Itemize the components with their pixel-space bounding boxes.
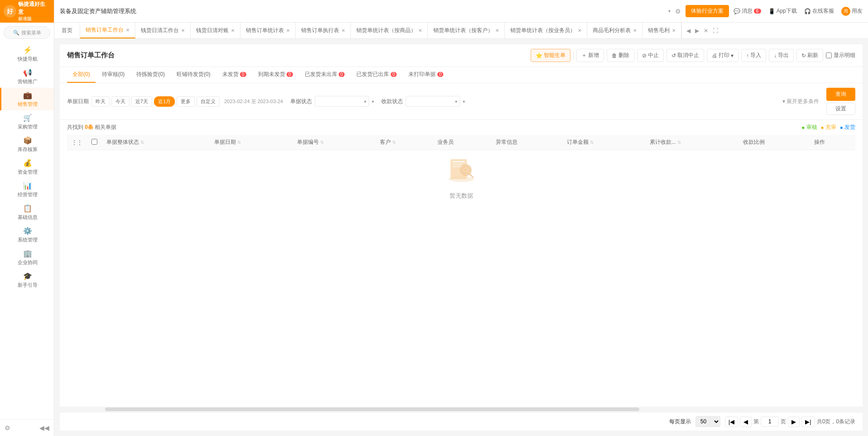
show-detail-checkbox-label[interactable]: 显示明细 xyxy=(826,52,855,59)
tab-maximize-icon[interactable]: ⛶ xyxy=(711,27,720,35)
sidebar-item-inventory[interactable]: 📦 库存核算 xyxy=(0,133,54,156)
tab-close-icon[interactable]: ✕ xyxy=(341,28,345,33)
delete-button[interactable]: 🗑 删除 xyxy=(607,49,634,62)
date-btn-today[interactable]: 今天 xyxy=(111,96,129,107)
date-btn-7days[interactable]: 近7天 xyxy=(131,96,152,107)
tab-home[interactable]: 首页 xyxy=(54,23,80,38)
sort-status-icon[interactable]: ⇅ xyxy=(140,140,144,145)
scrollbar-thumb[interactable] xyxy=(105,408,639,411)
tab-close-icon[interactable]: ✕ xyxy=(126,28,129,33)
tab-sales-gross[interactable]: 销售毛利 ✕ xyxy=(643,23,681,38)
export-button[interactable]: ↓ 导出 xyxy=(769,49,794,62)
tab-close-icon[interactable]: ✕ xyxy=(578,28,581,33)
svg-rect-5 xyxy=(452,164,462,165)
tab-close-icon[interactable]: ✕ xyxy=(418,28,422,33)
system-icon: ⚙️ xyxy=(23,227,32,235)
tab-sales-stats[interactable]: 销售订单统计表 ✕ xyxy=(240,23,296,38)
page-number-input[interactable] xyxy=(761,417,779,427)
expand-conditions-button[interactable]: ▾ 展开更多条件 xyxy=(782,98,819,105)
sort-number-icon[interactable]: ⇅ xyxy=(320,140,324,145)
sub-tab-wangpu[interactable]: 旺铺待发货(0) xyxy=(171,67,216,83)
tab-gross-profit[interactable]: 商品毛利分析表 ✕ xyxy=(587,23,643,38)
show-detail-checkbox[interactable] xyxy=(826,52,832,58)
page-last-button[interactable]: ▶| xyxy=(801,417,815,427)
sidebar-item-guide[interactable]: 🎓 新手引导 xyxy=(0,269,54,291)
tab-sales-summary-customer[interactable]: 销货单统计表（按客户） ✕ xyxy=(428,23,505,38)
tab-close-icon[interactable]: ✕ xyxy=(495,28,499,33)
cancel-suspend-button[interactable]: ↺ 取消中止 xyxy=(667,49,704,62)
batch-audit-button[interactable]: ● 审核 xyxy=(801,123,817,131)
sidebar-item-quick-nav[interactable]: ⚡ 快捷导航 xyxy=(0,43,54,65)
tab-close-all-icon[interactable]: ✕ xyxy=(702,27,710,35)
sort-amount-icon[interactable]: ⇅ xyxy=(590,140,594,145)
sidebar-item-enterprise[interactable]: 🏢 企业协同 xyxy=(0,246,54,269)
filter-settings-button[interactable]: 设置 xyxy=(826,103,855,115)
tab-label: 销货单统计表（按商品） xyxy=(356,27,416,34)
system-dropdown-icon[interactable]: ▾ xyxy=(668,9,671,14)
page-size-select[interactable]: 50 100 200 xyxy=(695,416,720,427)
tab-close-icon[interactable]: ✕ xyxy=(633,28,637,33)
sidebar-item-sales[interactable]: 💼 销售管理 xyxy=(0,88,54,110)
page-next-button[interactable]: ▶ xyxy=(788,417,800,427)
sidebar-item-finance[interactable]: 💰 资金管理 xyxy=(0,156,54,178)
user-item[interactable]: 用 用友 xyxy=(841,7,863,16)
sub-tab-overdue[interactable]: 到期未发货 0 xyxy=(253,67,298,83)
tab-sales-summary-product[interactable]: 销货单统计表（按商品） ✕ xyxy=(351,23,428,38)
query-button[interactable]: 查询 xyxy=(826,88,855,101)
header-gear-icon[interactable]: ⚙ xyxy=(675,8,681,15)
import-button[interactable]: ↑ 导入 xyxy=(741,49,766,62)
smart-create-button[interactable]: ⭐ 智能生单 xyxy=(531,49,571,62)
tab-prev-icon[interactable]: ◀ xyxy=(685,27,692,35)
date-btn-custom[interactable]: 自定义 xyxy=(197,96,220,107)
sort-date-icon[interactable]: ⇅ xyxy=(237,140,241,145)
experience-button[interactable]: 体验行业方案 xyxy=(686,5,729,17)
sidebar-item-operations[interactable]: 📊 经营管理 xyxy=(0,178,54,201)
add-button[interactable]: ＋ 新增 xyxy=(576,49,604,62)
horizontal-scrollbar[interactable] xyxy=(60,407,863,412)
tab-close-icon[interactable]: ✕ xyxy=(286,28,290,33)
tab-next-icon[interactable]: ▶ xyxy=(693,27,701,35)
payment-select[interactable] xyxy=(406,96,460,107)
suspend-button[interactable]: ⊘ 中止 xyxy=(637,49,664,62)
collapse-icon[interactable]: ◀◀ xyxy=(39,424,49,431)
tab-close-icon[interactable]: ✕ xyxy=(672,28,676,33)
tab-sales-summary-staff[interactable]: 销货单统计表（按业务员） ✕ xyxy=(505,23,587,38)
print-button[interactable]: 🖨 打印 ▾ xyxy=(707,49,739,62)
date-btn-more[interactable]: 更多 xyxy=(177,96,195,107)
date-btn-yesterday[interactable]: 昨天 xyxy=(91,96,110,107)
sidebar-item-system[interactable]: ⚙️ 系统管理 xyxy=(0,223,54,246)
search-menu-button[interactable]: 🔍 搜索菜单 xyxy=(4,26,50,39)
tab-close-icon[interactable]: ✕ xyxy=(181,28,185,33)
sidebar-item-basic-info[interactable]: 📋 基础信息 xyxy=(0,201,54,223)
tab-close-icon[interactable]: ✕ xyxy=(231,28,235,33)
refresh-button[interactable]: ↻ 刷新 xyxy=(796,49,823,62)
sub-tab-shipped-not-out[interactable]: 已发货未出库 0 xyxy=(299,67,350,83)
tab-cash-daily[interactable]: 钱货日清工作台 ✕ xyxy=(135,23,191,38)
page-first-button[interactable]: |◀ xyxy=(725,417,738,427)
tab-cash-reconcile[interactable]: 钱货日清对账 ✕ xyxy=(191,23,240,38)
online-service-item[interactable]: 🎧 在线客服 xyxy=(804,7,834,15)
tab-sales-workbench[interactable]: 销售订单工作台 ✕ xyxy=(80,23,135,38)
finance-icon: 💰 xyxy=(23,159,32,167)
sub-tab-all[interactable]: 全部(0) xyxy=(67,67,96,83)
status-select[interactable] xyxy=(315,96,369,107)
sub-tab-pending-check[interactable]: 待拣验货(0) xyxy=(131,67,170,83)
page-prev-button[interactable]: ◀ xyxy=(740,417,752,427)
tab-sales-exec[interactable]: 销售订单执行表 ✕ xyxy=(296,23,351,38)
select-all-checkbox[interactable] xyxy=(91,139,97,145)
sort-customer-icon[interactable]: ⇅ xyxy=(392,140,396,145)
settings-footer-icon[interactable]: ⚙ xyxy=(5,424,10,431)
toolbar-divider xyxy=(573,52,574,60)
batch-revoke-button[interactable]: ● 充审 xyxy=(821,123,836,131)
date-btn-1month[interactable]: 近1月 xyxy=(154,96,175,107)
sub-tab-not-shipped[interactable]: 未发货 0 xyxy=(217,67,252,83)
app-download-item[interactable]: 📱 App下载 xyxy=(768,7,797,15)
sidebar-item-marketing[interactable]: 📢 营销推广 xyxy=(0,65,54,88)
sidebar-item-purchase[interactable]: 🛒 采购管理 xyxy=(0,110,54,133)
message-item[interactable]: 💬 消息 6 xyxy=(734,7,761,15)
sub-tab-not-printed[interactable]: 未打印单据 0 xyxy=(403,67,449,83)
sub-tab-shipped-out[interactable]: 已发货已出库 0 xyxy=(351,67,402,83)
sub-tab-pending-review[interactable]: 待审核(0) xyxy=(96,67,130,83)
sort-collected-icon[interactable]: ⇅ xyxy=(677,140,681,145)
batch-ship-button[interactable]: ● 发货 xyxy=(840,123,855,131)
